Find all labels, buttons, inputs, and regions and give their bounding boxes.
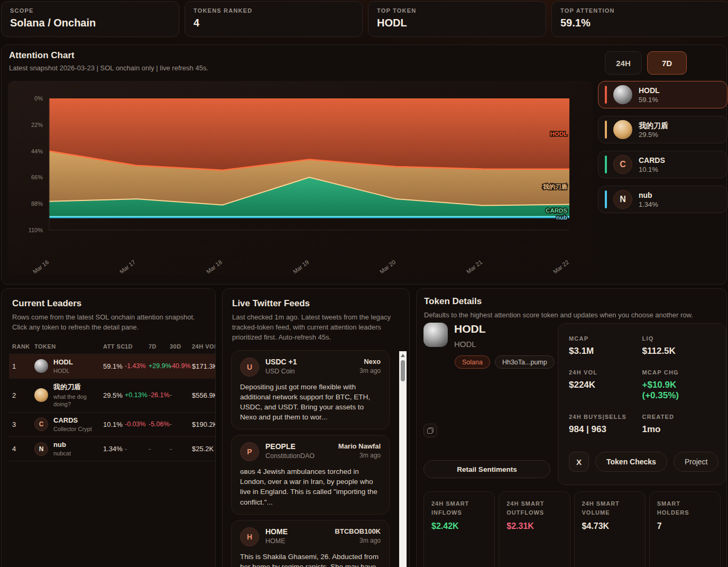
table-row-hodl[interactable]: 1 HODL HODL 59.1% -1.43% +29.9% -40.9% $… xyxy=(9,354,216,379)
volume-24h: $190.2K xyxy=(192,420,216,428)
tweet-token-avatar: H xyxy=(240,527,259,546)
svg-text:44%: 44% xyxy=(31,148,43,154)
token-detail-avatar xyxy=(423,323,448,347)
legend-token-name: CARDS xyxy=(639,156,665,166)
token-details-panel: Token Details Defaults to the highest at… xyxy=(416,288,727,567)
token-name: nub xyxy=(53,441,66,449)
legend-item-nub[interactable]: N nub 1.34% xyxy=(598,186,727,213)
scrollbar-up-arrow-icon[interactable] xyxy=(401,354,405,357)
svg-text:88%: 88% xyxy=(31,200,43,207)
table-row-nub[interactable]: 4 N nub nubcat 1.34% - - - $25.2K xyxy=(9,437,216,461)
legend-token-pct: 29.5% xyxy=(639,131,668,139)
tweet-card-home[interactable]: H HOME HOME BTCBOB100K 3m ago This is Sh… xyxy=(231,520,390,567)
legend-token-name: nub xyxy=(639,190,658,200)
range-button-7d[interactable]: 7D xyxy=(647,51,687,75)
tweet-token-avatar: P xyxy=(240,442,259,461)
token-avatar xyxy=(613,85,632,104)
legend-item-hodl[interactable]: HODL 59.1% xyxy=(598,81,727,108)
chart-legend: HODL 59.1% 我的刀盾 29.5% C CARDS 10.1% N nu xyxy=(598,81,727,213)
svg-text:Mar 20: Mar 20 xyxy=(379,259,397,273)
stat-label: MCAP CHG xyxy=(642,369,716,376)
token-avatar: C xyxy=(34,417,48,431)
rank: 3 xyxy=(12,420,34,428)
svg-text:0%: 0% xyxy=(34,95,43,102)
tweet-token-sub: ConstitutionDAO xyxy=(265,452,315,460)
svg-text:110%: 110% xyxy=(29,227,43,233)
stat-value-mcap-chg: +$10.9K (+0.35%) xyxy=(642,380,716,401)
chain-chip-solana: Solana xyxy=(455,355,490,369)
token-avatar: N xyxy=(613,190,632,209)
svg-text:Mar 18: Mar 18 xyxy=(205,259,223,273)
change-1d: -1.43% xyxy=(125,362,149,370)
legend-color-bar xyxy=(605,156,607,173)
change-1d: - xyxy=(125,445,149,453)
stat-label: TOKENS RANKED xyxy=(193,7,354,14)
legend-token-pct: 59.1% xyxy=(639,96,660,104)
table-row-wodedaodun[interactable]: 2 我的刀盾 what the dog doing? 29.5% +0.13% … xyxy=(9,379,216,413)
smart-money-cards: 24H SMART INFLOWS $2.42K 24H SMART OUTFL… xyxy=(423,491,721,567)
change-30d: - xyxy=(170,445,192,453)
feed-scrollbar[interactable] xyxy=(399,351,407,567)
token-name: 我的刀盾 xyxy=(53,383,81,391)
panel-title: Live Twitter Feeds xyxy=(232,298,400,309)
project-button[interactable]: Project xyxy=(674,452,719,472)
smart-volume-value: $4.73K xyxy=(582,522,638,531)
token-name: CARDS xyxy=(53,416,78,424)
att-score: 29.5% xyxy=(103,391,125,399)
stat-label: LIQ xyxy=(642,335,716,342)
scrollbar-thumb[interactable] xyxy=(401,360,405,381)
token-address-chip[interactable]: Hh3oTa...pump xyxy=(495,355,555,369)
stat-card-top-attention: TOP ATTENTION 59.1% xyxy=(551,1,728,37)
stat-label: 24H VOL xyxy=(569,369,642,376)
tweet-token-symbol: HOME xyxy=(265,527,288,536)
panel-title: Token Details xyxy=(424,296,717,307)
smart-card-volume: 24H SMART VOLUME $4.73K xyxy=(574,491,646,567)
tweet-token-sub: HOME xyxy=(265,537,288,545)
legend-token-pct: 1.34% xyxy=(639,200,658,208)
token-subtitle: HODL xyxy=(53,367,73,374)
token-checks-button[interactable]: Token Checks xyxy=(595,452,667,472)
table-row-cards[interactable]: 3 C CARDS Collector Crypt 10.1% -0.03% -… xyxy=(9,413,216,437)
smart-outflows-value: $2.31K xyxy=(506,522,562,531)
panel-subtitle: Defaults to the highest attention score … xyxy=(424,310,717,321)
legend-item-wodedaodun[interactable]: 我的刀盾 29.5% xyxy=(598,116,727,143)
rank: 2 xyxy=(12,391,34,399)
stat-label: SCOPE xyxy=(10,7,170,14)
tweet-time: 3m ago xyxy=(360,367,381,374)
svg-text:66%: 66% xyxy=(31,174,43,180)
change-7d: -26.1% xyxy=(149,391,170,399)
svg-text:HODL: HODL xyxy=(550,131,567,137)
range-button-24h[interactable]: 24H xyxy=(605,51,642,75)
tweet-body: Depositing just got more flexible with a… xyxy=(240,382,381,423)
tweet-card-people-1[interactable]: P PEOPLE ConstitutionDAO Mario Nawfal 3m… xyxy=(231,435,390,515)
top-stats-row: SCOPE Solana / Onchain TOKENS RANKED 4 T… xyxy=(1,1,728,37)
panel-subtitle: Rows come from the latest SOL onchain at… xyxy=(12,313,206,333)
stat-value: HODL xyxy=(377,17,537,29)
smart-card-holders: SMART HOLDERS 7 xyxy=(649,491,721,567)
tweet-token-symbol: PEOPLE xyxy=(265,442,315,451)
token-stats-card: MCAP $3.1M LIQ $112.5K 24H VOL $224K MCA… xyxy=(558,323,726,485)
change-30d: -40.9% xyxy=(170,362,192,370)
token-avatar: N xyxy=(34,442,48,456)
volume-24h: $556.9K xyxy=(192,391,216,399)
svg-text:Mar 22: Mar 22 xyxy=(552,259,570,273)
stat-card-top-token: TOP TOKEN HODL xyxy=(368,1,546,37)
legend-item-cards[interactable]: C CARDS 10.1% xyxy=(598,151,727,178)
token-avatar xyxy=(34,359,48,373)
att-score: 10.1% xyxy=(103,420,125,428)
copy-address-button[interactable] xyxy=(423,424,437,437)
token-subtitle: nubcat xyxy=(53,450,71,457)
change-30d: - xyxy=(170,391,192,399)
smart-holders-value: 7 xyxy=(657,522,713,531)
x-twitter-button[interactable]: X xyxy=(569,452,589,472)
change-7d: - xyxy=(149,445,170,453)
legend-color-bar xyxy=(605,190,607,208)
smart-inflows-value: $2.42K xyxy=(431,522,487,531)
retail-sentiments-button[interactable]: Retail Sentiments xyxy=(423,460,550,478)
tweet-card-usdc[interactable]: U USDC +1 USD Coin Nexo 3m ago Depositin… xyxy=(231,350,390,430)
att-score: 1.34% xyxy=(103,445,125,453)
change-1d: +0.13% xyxy=(125,391,149,399)
attention-area-chart[interactable]: 0%22%44%66%88%110%Mar 16Mar 17Mar 18Mar … xyxy=(8,81,593,273)
rank: 4 xyxy=(12,445,34,453)
rank: 1 xyxy=(12,362,34,370)
